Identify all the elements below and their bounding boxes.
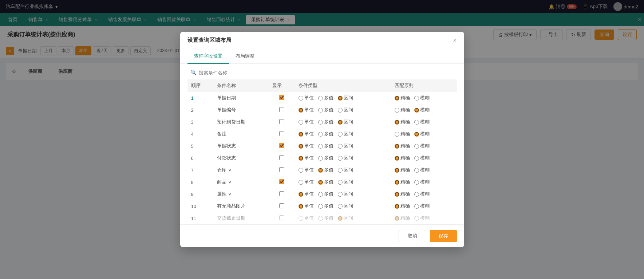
match-radio-item[interactable]: 精确 — [395, 179, 410, 185]
table-row: 6付款状态单值多值区间精确模糊 — [187, 152, 457, 164]
row-match-radio: 精确模糊 — [391, 128, 457, 140]
cancel-button[interactable]: 取消 — [399, 230, 426, 241]
display-checkbox[interactable] — [279, 107, 284, 112]
type-radio-item[interactable]: 单值 — [299, 119, 314, 125]
type-radio-item[interactable]: 区间 — [338, 119, 353, 125]
type-radio-item[interactable]: 区间 — [338, 131, 353, 137]
row-type-radio: 单值多值区间 — [295, 152, 391, 164]
display-checkbox[interactable] — [279, 167, 284, 172]
match-radio-item[interactable]: 精确 — [395, 203, 410, 209]
type-radio-item[interactable]: 多值 — [318, 95, 333, 101]
type-radio-item[interactable]: 单值 — [299, 179, 314, 185]
match-radio-item[interactable]: 精确 — [395, 119, 410, 125]
row-type-radio: 单值多值区间 — [295, 116, 391, 128]
match-radio-item[interactable]: 精确 — [395, 107, 410, 113]
row-order: 8 — [187, 176, 214, 188]
row-order: 4 — [187, 128, 214, 140]
display-checkbox[interactable] — [279, 119, 284, 124]
save-button[interactable]: 保存 — [430, 230, 457, 241]
type-radio-item[interactable]: 单值 — [299, 95, 314, 101]
row-display-checkbox[interactable] — [269, 116, 295, 128]
match-radio-item[interactable]: 精确 — [395, 191, 410, 197]
type-radio-item[interactable]: 区间 — [338, 215, 353, 221]
row-match-radio: 精确模糊 — [391, 116, 457, 128]
type-radio-item[interactable]: 区间 — [338, 179, 353, 185]
type-radio-item[interactable]: 多值 — [318, 179, 333, 185]
row-order: 3 — [187, 116, 214, 128]
row-match-radio: 精确模糊 — [391, 140, 457, 152]
type-radio-item[interactable]: 多值 — [318, 191, 333, 197]
table-row: 5单据状态单值多值区间精确模糊 — [187, 140, 457, 152]
row-display-checkbox[interactable] — [269, 92, 295, 104]
type-radio-item[interactable]: 单值 — [299, 155, 314, 161]
row-display-checkbox[interactable] — [269, 164, 295, 176]
type-radio-item[interactable]: 区间 — [338, 107, 353, 113]
match-radio-item[interactable]: 精确 — [395, 155, 410, 161]
type-radio-item[interactable]: 单值 — [299, 107, 314, 113]
type-radio-item[interactable]: 多值 — [318, 107, 333, 113]
type-radio-item[interactable]: 多值 — [318, 119, 333, 125]
match-radio-item[interactable]: 模糊 — [414, 167, 430, 173]
display-checkbox[interactable] — [279, 203, 284, 208]
type-radio-item[interactable]: 多值 — [318, 215, 333, 221]
type-radio-item[interactable]: 多值 — [318, 131, 333, 137]
match-radio-item[interactable]: 模糊 — [414, 95, 430, 101]
row-display-checkbox[interactable] — [269, 176, 295, 188]
type-radio-item[interactable]: 单值 — [299, 203, 314, 209]
match-radio-item[interactable]: 模糊 — [414, 191, 430, 197]
modal-tab-layout[interactable]: 布局调整 — [229, 49, 261, 64]
row-display-checkbox[interactable] — [269, 128, 295, 140]
row-type-radio: 单值多值区间 — [295, 176, 391, 188]
type-radio-item[interactable]: 单值 — [299, 167, 314, 173]
match-radio-item[interactable]: 精确 — [395, 167, 410, 173]
row-type-radio: 单值多值区间 — [295, 188, 391, 200]
match-radio-item[interactable]: 精确 — [395, 215, 410, 221]
type-radio-item[interactable]: 单值 — [299, 143, 314, 149]
display-checkbox[interactable] — [279, 179, 284, 184]
type-radio-item[interactable]: 区间 — [338, 167, 353, 173]
type-radio-item[interactable]: 单值 — [299, 191, 314, 197]
row-display-checkbox[interactable] — [269, 200, 295, 212]
type-radio-item[interactable]: 多值 — [318, 167, 333, 173]
row-name: 交货截止日期 — [213, 212, 269, 224]
type-radio-item[interactable]: 单值 — [299, 215, 314, 221]
match-radio-item[interactable]: 精确 — [395, 95, 410, 101]
match-radio-item[interactable]: 精确 — [395, 143, 410, 149]
match-radio-item[interactable]: 模糊 — [414, 155, 430, 161]
type-radio-item[interactable]: 区间 — [338, 143, 353, 149]
search-icon: 🔍 — [190, 70, 197, 75]
display-checkbox[interactable] — [279, 95, 284, 100]
type-radio-item[interactable]: 区间 — [338, 191, 353, 197]
row-order: 10 — [187, 200, 214, 212]
match-radio-item[interactable]: 模糊 — [414, 179, 430, 185]
match-radio-item[interactable]: 模糊 — [414, 215, 430, 221]
match-radio-item[interactable]: 模糊 — [414, 107, 430, 113]
type-radio-item[interactable]: 区间 — [338, 95, 353, 101]
modal-tab-query-fields[interactable]: 查询字段设置 — [187, 49, 229, 64]
match-radio-item[interactable]: 精确 — [395, 131, 410, 137]
match-radio-item[interactable]: 模糊 — [414, 203, 430, 209]
modal-close-button[interactable]: × — [453, 37, 457, 44]
display-checkbox[interactable] — [279, 131, 284, 136]
type-radio-item[interactable]: 多值 — [318, 155, 333, 161]
row-match-radio: 精确模糊 — [391, 176, 457, 188]
match-radio-item[interactable]: 模糊 — [414, 119, 430, 125]
row-display-checkbox[interactable] — [269, 140, 295, 152]
display-checkbox[interactable] — [279, 215, 284, 220]
type-radio-item[interactable]: 区间 — [338, 155, 353, 161]
match-radio-item[interactable]: 模糊 — [414, 131, 430, 137]
search-input[interactable] — [199, 70, 257, 75]
type-radio-item[interactable]: 多值 — [318, 143, 333, 149]
row-display-checkbox[interactable] — [269, 104, 295, 116]
display-checkbox[interactable] — [279, 155, 284, 160]
row-display-checkbox[interactable] — [269, 188, 295, 200]
row-display-checkbox[interactable] — [269, 152, 295, 164]
display-checkbox[interactable] — [279, 143, 284, 148]
type-radio-item[interactable]: 多值 — [318, 203, 333, 209]
display-checkbox[interactable] — [279, 191, 284, 196]
row-type-radio: 单值多值区间 — [295, 164, 391, 176]
type-radio-item[interactable]: 单值 — [299, 131, 314, 137]
match-radio-item[interactable]: 模糊 — [414, 143, 430, 149]
type-radio-item[interactable]: 区间 — [338, 203, 353, 209]
row-display-checkbox[interactable] — [269, 212, 295, 224]
